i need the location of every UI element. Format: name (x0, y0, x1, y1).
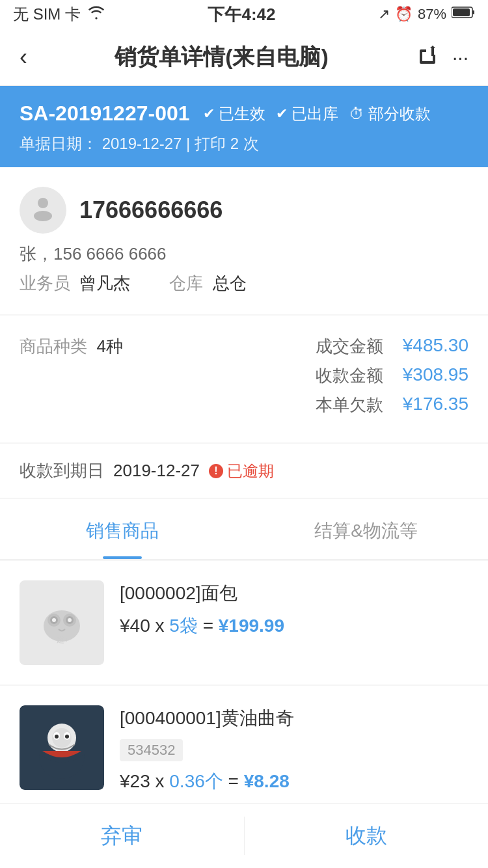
ninja-icon (20, 705, 104, 790)
clock-icon: ⏱ (349, 105, 364, 123)
order-header: SA-20191227-001 ✔ 已生效 ✔ 已出库 ⏱ 部分收款 单据日期：… (0, 86, 488, 167)
tab-products[interactable]: 销售商品 (0, 499, 244, 559)
product-info-1: [0000002]面包 ¥40 x 5袋 = ¥199.99 (120, 580, 468, 638)
summary-right: 成交金额 ¥485.30 收款金额 ¥308.95 本单欠款 ¥176.35 (316, 335, 468, 423)
product-thumbnail-1: 超+ (20, 580, 104, 665)
tab-settlement[interactable]: 结算&物流等 (244, 499, 488, 559)
due-date-value: 2019-12-27 (113, 461, 200, 481)
due-section: 收款到期日 2019-12-27 ! 已逾期 (0, 444, 488, 498)
overdue-text: 已逾期 (227, 461, 274, 481)
cancel-button[interactable]: 弃审 (0, 804, 244, 868)
svg-point-4 (34, 211, 52, 221)
due-label: 收款到期日 (20, 459, 104, 482)
more-icon[interactable]: ··· (452, 46, 468, 68)
amount-row-1: 成交金额 ¥485.30 (316, 335, 468, 358)
sales-label: 业务员 曾凡杰 (20, 272, 130, 295)
svg-point-11 (68, 618, 72, 622)
nav-left: ‹ (20, 44, 27, 71)
list-item: [000400001]黄油曲奇 534532 ¥23 x 0.36个 = ¥8.… (0, 686, 488, 813)
overdue-icon: ! (209, 464, 223, 478)
avatar (20, 187, 66, 234)
person-icon (29, 193, 57, 228)
svg-text:超+: 超+ (57, 635, 69, 644)
svg-point-18 (65, 735, 69, 739)
amount-value: ¥485.30 (403, 335, 468, 358)
owe-value: ¥176.35 (403, 394, 468, 416)
tabs-section: 销售商品 结算&物流等 (0, 499, 488, 560)
svg-point-3 (38, 198, 48, 208)
battery-percent: 87% (418, 6, 446, 23)
sim-status: 无 SIM 卡 (13, 4, 81, 25)
bottom-bar: 弃审 收款 (0, 803, 488, 868)
received-value: ¥308.95 (403, 364, 468, 387)
sales-value: 曾凡杰 (79, 273, 130, 293)
owl-icon: 超+ (20, 580, 104, 665)
badge-partial: ⏱ 部分收款 (349, 103, 431, 124)
product-info-2: [000400001]黄油曲奇 534532 ¥23 x 0.36个 = ¥8.… (120, 705, 468, 794)
amount-row-2: 收款金额 ¥308.95 (316, 364, 468, 387)
svg-point-17 (55, 735, 59, 739)
product-name-2: [000400001]黄油曲奇 (120, 705, 468, 731)
product-price-2: ¥23 x 0.36个 = ¥8.28 (120, 769, 468, 794)
check-icon-1: ✔ (203, 105, 215, 122)
warehouse-value: 总仓 (213, 273, 247, 293)
product-price-1: ¥40 x 5袋 = ¥199.99 (120, 614, 468, 638)
confirm-button[interactable]: 收款 (245, 804, 489, 868)
overdue-badge: ! 已逾期 (209, 461, 274, 481)
customer-meta: 业务员 曾凡杰 仓库 总仓 (20, 272, 468, 295)
order-id: SA-20191227-001 (20, 102, 190, 126)
summary-left: 商品种类 4种 (20, 335, 123, 362)
back-button[interactable]: ‹ (20, 44, 27, 71)
share-icon[interactable] (416, 43, 439, 71)
status-bar: 无 SIM 卡 下午4:42 ↗ ⏰ 87% (0, 0, 488, 29)
product-type-value: 4种 (96, 336, 122, 356)
warehouse-label: 仓库 总仓 (169, 272, 246, 295)
page-title: 销货单详情(来自电脑) (115, 42, 329, 72)
status-badges: ✔ 已生效 ✔ 已出库 ⏱ 部分收款 (203, 103, 431, 124)
product-thumbnail-2 (20, 705, 104, 790)
tabs-row: 销售商品 结算&物流等 (0, 499, 488, 559)
product-name-1: [0000002]面包 (120, 580, 468, 606)
status-bar-left: 无 SIM 卡 (13, 4, 105, 25)
customer-sub-info: 张，156 6666 6666 (20, 243, 468, 265)
order-date: 单据日期： 2019-12-27 | 打印 2 次 (20, 133, 468, 154)
nav-bar: ‹ 销货单详情(来自电脑) ··· (0, 29, 488, 86)
customer-phone: 17666666666 (79, 197, 223, 224)
product-qty-1: 5袋 (169, 616, 198, 636)
alarm-icon: ⏰ (395, 6, 413, 23)
check-icon-2: ✔ (276, 105, 288, 122)
svg-rect-2 (453, 8, 470, 16)
product-type-row: 商品种类 4种 (20, 335, 123, 358)
svg-rect-1 (472, 10, 474, 14)
nav-right: ··· (416, 43, 468, 71)
location-icon: ↗ (378, 6, 390, 23)
badge-effective: ✔ 已生效 (203, 103, 265, 124)
summary-section: 商品种类 4种 成交金额 ¥485.30 收款金额 ¥308.95 本单欠款 ¥… (0, 316, 488, 442)
status-bar-time: 下午4:42 (208, 3, 275, 26)
battery-icon (452, 6, 475, 23)
list-item: 超+ [0000002]面包 ¥40 x 5袋 = ¥199.99 (0, 561, 488, 685)
status-bar-right: ↗ ⏰ 87% (378, 6, 475, 23)
product-tag-2: 534532 (120, 739, 183, 761)
amount-row-3: 本单欠款 ¥176.35 (316, 394, 468, 416)
wifi-icon (87, 5, 105, 23)
product-total-1: ¥199.99 (219, 616, 284, 636)
customer-section: 17666666666 张，156 6666 6666 业务员 曾凡杰 仓库 总… (0, 167, 488, 314)
svg-point-10 (52, 618, 56, 622)
product-qty-2: 0.36个 (169, 771, 223, 791)
badge-shipped: ✔ 已出库 (276, 103, 338, 124)
product-list: 超+ [0000002]面包 ¥40 x 5袋 = ¥199.99 (0, 561, 488, 813)
product-total-2: ¥8.28 (244, 771, 290, 791)
